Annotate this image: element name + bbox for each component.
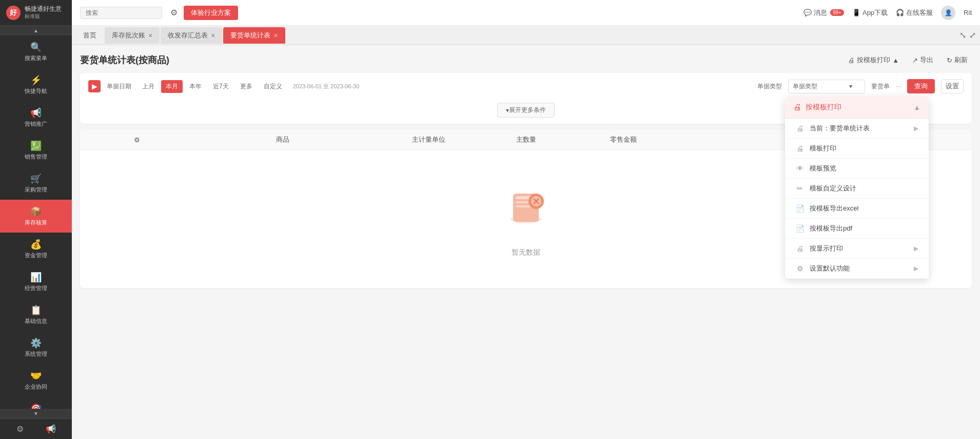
th-product: 商品 bbox=[186, 135, 380, 144]
query-btn[interactable]: 查询 bbox=[907, 79, 935, 93]
sidebar-item-11[interactable]: 🎯新手引导 bbox=[0, 397, 72, 409]
more-dots[interactable]: ··· bbox=[896, 83, 901, 90]
username: Rit bbox=[964, 9, 972, 16]
nav-icon-7: 📊 bbox=[30, 272, 42, 283]
tab-collapse-btn[interactable]: ⤡ bbox=[959, 30, 966, 40]
topbar-right: 💬 消息 99+ 📱 App下载 🎧 在线客服 👤 Rit bbox=[803, 6, 972, 20]
nav-icon-6: 💰 bbox=[30, 239, 42, 250]
sidebar-item-2[interactable]: 📢营销推广 bbox=[0, 101, 72, 134]
sidebar-scroll-down[interactable]: ▼ bbox=[0, 409, 72, 418]
order-type-label: 单据类型 bbox=[757, 82, 782, 91]
dropdown-export-excel[interactable]: 📄 按模板导出excel bbox=[785, 199, 929, 219]
th-quantity: 主数量 bbox=[477, 135, 575, 144]
nav-icon-2: 📢 bbox=[30, 107, 42, 119]
sidebar-item-0[interactable]: 🔍搜索菜单 bbox=[0, 35, 72, 68]
logo-text: 畅捷通好生意 标准版 bbox=[25, 5, 62, 21]
refresh-btn[interactable]: ↻ 刷新 bbox=[943, 53, 972, 67]
trial-button[interactable]: 体验行业方案 bbox=[184, 6, 238, 20]
topbar: ⚙ 体验行业方案 💬 消息 99+ 📱 App下载 🎧 在线客服 👤 Rit bbox=[72, 0, 980, 26]
display-print-icon: 🖨 bbox=[795, 244, 805, 253]
nav-icon-8: 📋 bbox=[30, 304, 42, 316]
date-label: 单据日期 bbox=[107, 82, 131, 91]
settings-btn[interactable]: 设置 bbox=[941, 79, 964, 93]
logo-icon: 好 bbox=[6, 6, 21, 20]
sidebar: 好 畅捷通好生意 标准版 ▲ 🔍搜索菜单⚡快捷导航📢营销推广💹销售管理🛒采购管理… bbox=[0, 0, 72, 439]
print-icon: 🖨 bbox=[848, 56, 855, 64]
sidebar-item-6[interactable]: 💰资金管理 bbox=[0, 233, 72, 265]
tab-close-stock-summary[interactable]: × bbox=[211, 31, 215, 40]
app-icon: 📱 bbox=[852, 9, 860, 16]
nav-icon-11: 🎯 bbox=[30, 403, 42, 409]
date-range: 2023-06-01 至 2023-06-30 bbox=[293, 83, 360, 90]
dropdown-template-preview[interactable]: 👁 模板预览 bbox=[785, 159, 929, 179]
message-badge: 99+ bbox=[830, 9, 844, 16]
dropdown-current-item[interactable]: 🖨 当前：要货单统计表 ▶ bbox=[785, 119, 929, 139]
nav-icon-3: 💹 bbox=[30, 140, 42, 151]
tab-close-inventory-batch[interactable]: × bbox=[148, 31, 152, 40]
dropdown-display-print[interactable]: 🖨 按显示打印 ▶ bbox=[785, 239, 929, 259]
sidebar-item-8[interactable]: 📋基础信息 bbox=[0, 298, 72, 331]
dropdown-popup: 🖨 按模板打印 ▲ 🖨 当前：要货单统计表 ▶ 🖨 模板打印 👁 模板预览 bbox=[785, 97, 929, 279]
speaker-bottom-icon[interactable]: 📢 bbox=[46, 424, 56, 434]
online-service-btn[interactable]: 🎧 在线客服 bbox=[896, 8, 933, 17]
nav-icon-1: ⚡ bbox=[30, 74, 42, 86]
print-template-btn[interactable]: 🖨 按模板打印 ▲ bbox=[844, 53, 903, 67]
tab-inventory-batch[interactable]: 库存批次账 × bbox=[105, 27, 160, 44]
date-curr-month[interactable]: 本月 bbox=[161, 80, 183, 93]
select-chevron-icon: ▾ bbox=[849, 83, 852, 90]
sidebar-item-1[interactable]: ⚡快捷导航 bbox=[0, 68, 72, 101]
tab-home[interactable]: 首页 bbox=[76, 27, 104, 44]
settings-bottom-icon[interactable]: ⚙ bbox=[16, 424, 24, 434]
tab-expand-btn[interactable]: ⤢ bbox=[969, 30, 976, 40]
dropdown-set-default[interactable]: ⚙ 设置默认功能 ▶ bbox=[785, 259, 929, 279]
main-area: ⚙ 体验行业方案 💬 消息 99+ 📱 App下载 🎧 在线客服 👤 Rit 首… bbox=[72, 0, 980, 439]
tab-stock-summary[interactable]: 收发存汇总表 × bbox=[161, 27, 222, 44]
dropdown-export-pdf[interactable]: 📄 按模板导出pdf bbox=[785, 219, 929, 239]
expand-more-btn[interactable]: ▾ 展开更多条件 bbox=[497, 103, 555, 118]
export-btn[interactable]: ↗ 导出 bbox=[908, 53, 937, 67]
sidebar-logo: 好 畅捷通好生意 标准版 bbox=[0, 0, 72, 26]
current-chevron-icon: ▶ bbox=[914, 125, 918, 132]
sidebar-item-3[interactable]: 💹销售管理 bbox=[0, 134, 72, 167]
sidebar-item-7[interactable]: 📊经营管理 bbox=[0, 265, 72, 298]
tab-close-order-stats[interactable]: × bbox=[273, 31, 278, 40]
refresh-icon: ↻ bbox=[947, 56, 952, 64]
order-type-select[interactable]: 单据类型 ▾ bbox=[788, 80, 865, 93]
template-preview-icon: 👁 bbox=[795, 164, 805, 173]
tabs-bar: 首页 库存批次账 × 收发存汇总表 × 要货单统计表 × ⤡ ⤢ bbox=[72, 26, 980, 45]
topbar-settings-icon[interactable]: ⚙ bbox=[170, 8, 178, 17]
tab-expand-area: ⤡ ⤢ bbox=[959, 30, 976, 40]
empty-illustration bbox=[500, 181, 552, 242]
dropdown-header: 🖨 按模板打印 ▲ bbox=[785, 97, 929, 119]
sidebar-nav: 🔍搜索菜单⚡快捷导航📢营销推广💹销售管理🛒采购管理📦库存核算💰资金管理📊经营管理… bbox=[0, 35, 72, 409]
dropdown-title: 🖨 按模板打印 bbox=[793, 103, 841, 112]
filter-expand-icon[interactable]: ▶ bbox=[88, 80, 101, 92]
date-7days[interactable]: 近7天 bbox=[208, 80, 233, 93]
tab-order-stats[interactable]: 要货单统计表 × bbox=[223, 27, 285, 44]
sidebar-item-10[interactable]: 🤝企业协同 bbox=[0, 364, 72, 397]
nav-icon-5: 📦 bbox=[30, 206, 42, 217]
app-download-btn[interactable]: 📱 App下载 bbox=[852, 8, 888, 17]
date-custom[interactable]: 自定义 bbox=[259, 80, 287, 93]
nav-icon-9: ⚙️ bbox=[30, 337, 42, 349]
dropdown-close-btn[interactable]: ▲ bbox=[913, 103, 920, 111]
set-default-icon: ⚙ bbox=[795, 264, 805, 273]
message-btn[interactable]: 💬 消息 99+ bbox=[803, 8, 844, 17]
sidebar-scroll-up[interactable]: ▲ bbox=[0, 26, 72, 35]
nav-icon-10: 🤝 bbox=[30, 370, 42, 381]
date-curr-year[interactable]: 本年 bbox=[185, 80, 206, 93]
sidebar-item-4[interactable]: 🛒采购管理 bbox=[0, 167, 72, 200]
date-more[interactable]: 更多 bbox=[236, 80, 257, 93]
display-print-chevron-icon: ▶ bbox=[914, 245, 918, 252]
avatar[interactable]: 👤 bbox=[941, 6, 955, 20]
dropdown-template-design[interactable]: ✏ 模板自定义设计 bbox=[785, 179, 929, 199]
date-buttons: 上月 本月 本年 近7天 更多 自定义 bbox=[138, 80, 287, 93]
date-prev-month[interactable]: 上月 bbox=[138, 80, 159, 93]
th-settings[interactable]: ⚙ bbox=[88, 136, 186, 144]
sidebar-item-9[interactable]: ⚙️系统管理 bbox=[0, 331, 72, 364]
topbar-search-input[interactable] bbox=[80, 7, 162, 19]
dropdown-template-print[interactable]: 🖨 模板打印 bbox=[785, 139, 929, 159]
template-design-icon: ✏ bbox=[795, 184, 805, 193]
template-print-icon: 🖨 bbox=[795, 144, 805, 152]
sidebar-item-5[interactable]: 📦库存核算 bbox=[0, 200, 72, 233]
